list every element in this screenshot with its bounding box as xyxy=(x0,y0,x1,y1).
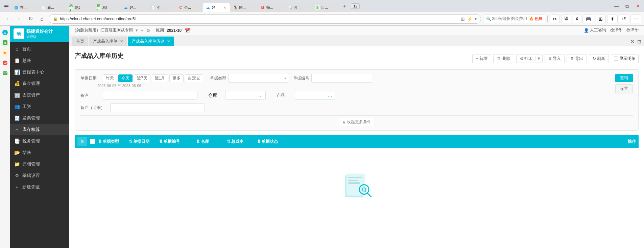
page-tab-list-close[interactable]: ✕ xyxy=(120,39,123,44)
game-btn[interactable]: 🎮 xyxy=(582,15,594,23)
display-btn[interactable]: 显示明细 xyxy=(611,54,639,63)
remark-input[interactable] xyxy=(103,91,197,100)
col-warehouse[interactable]: ⇅ 仓库 xyxy=(196,139,223,144)
sidebar-item-invoice[interactable]: 🧾 发票管理 xyxy=(10,112,69,124)
sidebar-item-reports[interactable]: 📊 云报表中心 xyxy=(10,66,69,78)
detail-remark-input[interactable] xyxy=(110,103,205,112)
col-bill-number[interactable]: ⇅ 单据编号 xyxy=(159,139,193,144)
minimize-btn[interactable]: — xyxy=(612,1,621,11)
forward-nav-btn[interactable]: › xyxy=(14,14,24,24)
sidebar-item-tax[interactable]: 📑 税务管理 xyxy=(10,135,69,147)
yesterday-btn[interactable]: 昨天 xyxy=(103,74,117,82)
browser-tab-8[interactable]: ☁ 好... ✕ xyxy=(203,3,230,12)
browser-tab-11[interactable]: 📊 各... xyxy=(285,3,312,12)
col-bill-type[interactable]: ⇅ 单据类型 xyxy=(98,139,125,144)
sidebar-item-funds[interactable]: 💰 资金管理 xyxy=(10,78,69,89)
translate-btn[interactable]: 译 xyxy=(561,15,571,23)
page-tab-history[interactable]: 产成品入库单历史 ✕ xyxy=(128,37,174,46)
import-btn[interactable]: ⬇ 导入 xyxy=(545,54,565,63)
browser-tab-1[interactable]: 🌐 在... xyxy=(11,3,38,12)
new-btn[interactable]: + 新增 xyxy=(472,54,491,63)
browser-tab-7[interactable]: C 企... xyxy=(175,3,202,12)
tab-count[interactable]: 12 xyxy=(351,3,360,9)
browser-tab-6[interactable]: 📄 个... xyxy=(148,3,175,12)
add-company-btn[interactable]: + xyxy=(141,28,143,33)
calendar-icon[interactable]: 📅 xyxy=(184,28,190,33)
today-btn[interactable]: 今天 xyxy=(118,74,133,82)
collapse-btn[interactable]: ∧ 收起更多条件 xyxy=(339,118,375,126)
page-tab-history-close[interactable]: ✕ xyxy=(167,39,170,44)
warehouse-select[interactable]: ... xyxy=(225,91,266,100)
7days-btn[interactable]: 近7天 xyxy=(134,74,150,82)
product-dots[interactable]: ... xyxy=(328,92,332,98)
sidebar-item-inventory[interactable]: ⌂ 库存核算 xyxy=(10,124,69,135)
panel-close-btn[interactable]: ✕ xyxy=(630,38,635,45)
page-tab-list[interactable]: 产成品入库单 ✕ xyxy=(89,37,127,46)
sidebar-item-payroll[interactable]: 👥 工资 xyxy=(10,101,69,112)
1month-btn[interactable]: 近1月 xyxy=(152,74,168,82)
reload-btn[interactable]: ↻ xyxy=(26,14,35,24)
close-window-btn[interactable]: ✕ xyxy=(633,1,643,11)
theme-btn[interactable]: ☀ xyxy=(607,15,618,23)
settings-icon[interactable]: ⚙ xyxy=(146,28,150,33)
warehouse-dots[interactable]: ... xyxy=(258,92,263,98)
url-bar[interactable]: 🔒 https://cloud.chanjet.com/accounting/u… xyxy=(49,14,481,24)
sidebar-item-settlement[interactable]: 📂 结账 xyxy=(10,147,69,158)
delete-btn[interactable]: 🗑 删除 xyxy=(493,54,514,63)
col-bill-status[interactable]: ⇅ 单据状态 xyxy=(257,139,284,144)
browser-tab-9[interactable]: 🐧 腾... xyxy=(230,3,257,12)
bill-type-select[interactable]: ▾ xyxy=(228,74,289,83)
back-btn[interactable]: ⬅ xyxy=(1,1,11,11)
export-btn[interactable]: ⬆ 导出 xyxy=(567,54,587,63)
icon-bar-item2[interactable]: ★ xyxy=(1,49,9,57)
company-select[interactable]: (勿删勿禁用）江西服宝测试专用 xyxy=(75,27,133,33)
refresh-btn[interactable]: ↻ 刷新 xyxy=(589,54,609,63)
print-dropdown-arrow[interactable]: ▼ xyxy=(535,56,542,61)
wallet-btn[interactable]: ¥ xyxy=(573,15,581,23)
icon-bar-item1[interactable]: C xyxy=(1,39,9,47)
col-total-cost[interactable]: ⇅ 总成本 xyxy=(227,139,254,144)
more-btn[interactable]: ⋯ xyxy=(630,15,641,23)
col-bill-date[interactable]: ⇅ 单据日期 xyxy=(129,139,156,144)
product-select[interactable]: ... xyxy=(295,91,335,100)
dropdown-arrow[interactable]: ▾ xyxy=(475,17,477,21)
user-name[interactable]: 徐泽华 xyxy=(610,27,622,33)
page-tab-home[interactable]: 首页 xyxy=(72,37,88,46)
back-nav-btn[interactable]: ‹ xyxy=(3,14,12,24)
browser-tab-10[interactable]: M 畅... xyxy=(258,3,285,12)
filter-settings-btn[interactable]: 设置 xyxy=(615,84,633,93)
company-dropdown-arrow[interactable]: ▾ xyxy=(136,28,138,33)
icon-bar-logo[interactable]: C xyxy=(1,28,9,37)
browser-tab-12[interactable]: S 目... xyxy=(312,3,339,12)
custom-btn[interactable]: 自定义 xyxy=(185,74,203,82)
more-btn[interactable]: 更多 xyxy=(169,74,184,82)
browser-tab-4[interactable]: 易f 易f xyxy=(93,3,120,12)
select-all-checkbox[interactable] xyxy=(90,139,95,144)
sidebar-item-archive[interactable]: 📁 归档管理 xyxy=(10,158,69,170)
sidebar-item-ledger[interactable]: 📋 总账 xyxy=(10,55,69,66)
bill-number-input[interactable] xyxy=(311,74,372,83)
restore-btn[interactable]: ⧉ xyxy=(622,1,632,11)
tab-close-8[interactable]: ✕ xyxy=(222,5,227,10)
browser-tab-2[interactable]: 📄 新... xyxy=(39,3,66,12)
sort-icon-bill-status: ⇅ xyxy=(257,139,261,144)
browser-tab-3[interactable]: 易J 易J xyxy=(66,3,93,12)
sidebar-item-home[interactable]: ⌂ 首页 xyxy=(10,43,69,55)
icon-bar-weibo[interactable]: W xyxy=(1,59,9,67)
panel-expand-btn[interactable]: ⊡ xyxy=(637,39,641,44)
sidebar-item-basic[interactable]: ⚙ 基础设置 xyxy=(10,170,69,181)
sync-btn[interactable]: ↺ xyxy=(619,15,629,23)
query-btn[interactable]: 查询 xyxy=(615,74,633,82)
search-box[interactable]: 🔍 360智能抠图免费用 🔥 热搜 xyxy=(483,15,545,23)
icon-bar-mail[interactable] xyxy=(1,69,9,77)
print-btn-group[interactable]: 🖨 打印 ▼ xyxy=(516,54,543,63)
human-service-btn[interactable]: 👤 人工咨询 xyxy=(584,27,606,33)
browser-tab-5[interactable]: ☁ 好... xyxy=(121,3,148,12)
new-tab-btn[interactable]: + xyxy=(340,1,349,11)
sidebar-item-newbill[interactable]: + 新建凭证 xyxy=(10,181,69,193)
home-nav-btn[interactable]: ⌂ xyxy=(37,14,47,24)
sidebar-item-fixed-assets[interactable]: 🏢 固定资产 xyxy=(10,89,69,101)
table-gear-btn[interactable]: ⚙ xyxy=(77,137,87,146)
scissors-btn[interactable]: ✂ xyxy=(550,15,560,23)
grid-btn[interactable]: ⊞ xyxy=(596,15,606,23)
